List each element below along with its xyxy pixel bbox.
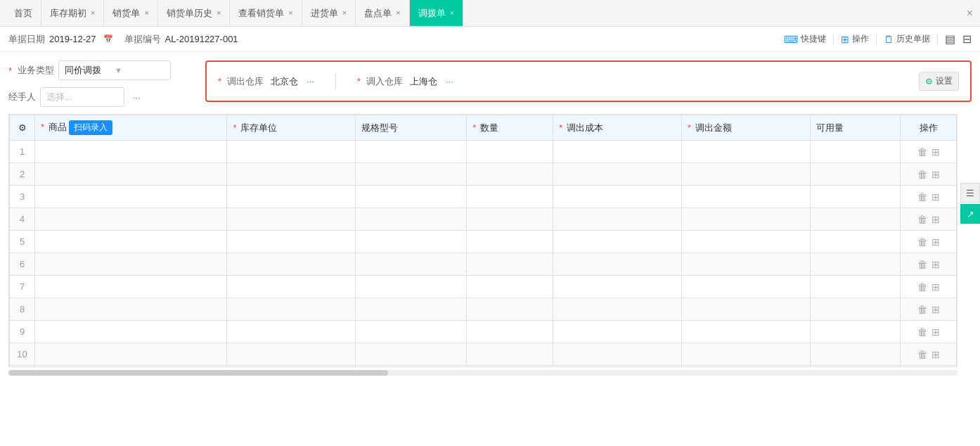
person-select[interactable]: 选择... xyxy=(40,87,124,107)
cell-goods[interactable] xyxy=(35,253,227,276)
history-button[interactable]: 🗒 历史单据 xyxy=(884,33,930,45)
delete-icon[interactable]: 🗑 xyxy=(917,259,927,270)
cell-qty[interactable] xyxy=(467,298,553,321)
cell-spec[interactable] xyxy=(356,253,467,276)
layout-button2[interactable]: ⊟ xyxy=(962,32,972,46)
cell-amount[interactable] xyxy=(681,231,810,253)
cell-unit[interactable] xyxy=(227,343,356,366)
delete-icon[interactable]: 🗑 xyxy=(917,169,927,180)
cell-unit[interactable] xyxy=(227,163,356,186)
in-warehouse-more[interactable]: ··· xyxy=(446,76,453,87)
tab-transfer-order[interactable]: 调拨单 × xyxy=(410,0,463,26)
cell-spec[interactable] xyxy=(356,231,467,253)
shortcut-button[interactable]: ⌨ 快捷键 xyxy=(784,33,826,45)
cell-spec[interactable] xyxy=(356,186,467,208)
copy-icon[interactable]: ⊞ xyxy=(931,236,940,248)
cell-spec[interactable] xyxy=(356,141,467,163)
side-list-icon[interactable]: ☰ xyxy=(960,183,980,203)
cell-unit[interactable] xyxy=(227,253,356,276)
cell-qty[interactable] xyxy=(467,321,553,343)
cell-available[interactable] xyxy=(810,298,900,321)
cell-unit[interactable] xyxy=(227,366,356,368)
cell-qty[interactable] xyxy=(467,163,553,186)
cell-available[interactable] xyxy=(810,343,900,366)
cell-cost[interactable] xyxy=(553,298,682,321)
scroll-hint[interactable] xyxy=(8,370,958,376)
cell-goods[interactable] xyxy=(35,343,227,366)
delete-icon[interactable]: 🗑 xyxy=(917,191,927,203)
cell-unit[interactable] xyxy=(227,298,356,321)
cell-amount[interactable] xyxy=(681,321,810,343)
cell-qty[interactable] xyxy=(467,231,553,253)
copy-icon[interactable]: ⊞ xyxy=(931,326,940,338)
cell-amount[interactable] xyxy=(681,208,810,231)
cell-qty[interactable] xyxy=(467,208,553,231)
cell-spec[interactable] xyxy=(356,208,467,231)
cell-available[interactable] xyxy=(810,141,900,163)
cell-unit[interactable] xyxy=(227,231,356,253)
cell-goods[interactable] xyxy=(35,321,227,343)
cell-goods[interactable] xyxy=(35,208,227,231)
tab-close-sales-order[interactable]: × xyxy=(144,9,148,17)
cell-cost[interactable] xyxy=(553,321,682,343)
tab-inventory-init[interactable]: 库存期初 × xyxy=(41,0,104,26)
cell-unit[interactable] xyxy=(227,276,356,298)
cell-available[interactable] xyxy=(810,366,900,368)
cell-spec[interactable] xyxy=(356,321,467,343)
cell-available[interactable] xyxy=(810,163,900,186)
delete-icon[interactable]: 🗑 xyxy=(917,214,927,225)
cell-unit[interactable] xyxy=(227,321,356,343)
cell-spec[interactable] xyxy=(356,163,467,186)
cell-amount[interactable] xyxy=(681,276,810,298)
tab-close-transfer-order[interactable]: × xyxy=(450,9,454,17)
cell-goods[interactable] xyxy=(35,276,227,298)
tab-close-inventory-check[interactable]: × xyxy=(396,9,400,17)
cell-available[interactable] xyxy=(810,208,900,231)
cell-amount[interactable] xyxy=(681,298,810,321)
cell-goods[interactable] xyxy=(35,298,227,321)
cell-unit[interactable] xyxy=(227,186,356,208)
tab-sales-order[interactable]: 销货单 × xyxy=(104,0,157,26)
cell-spec[interactable] xyxy=(356,276,467,298)
cell-spec[interactable] xyxy=(356,343,467,366)
cell-goods[interactable] xyxy=(35,231,227,253)
tab-inventory-check[interactable]: 盘点单 × xyxy=(356,0,409,26)
cell-amount[interactable] xyxy=(681,141,810,163)
tab-close-view-sales[interactable]: × xyxy=(288,9,292,17)
cell-cost[interactable] xyxy=(553,343,682,366)
tab-close-sales-history[interactable]: × xyxy=(217,9,221,17)
tab-close-purchase-order[interactable]: × xyxy=(342,9,347,17)
cell-cost[interactable] xyxy=(553,208,682,231)
copy-icon[interactable]: ⊞ xyxy=(931,349,940,360)
cell-amount[interactable] xyxy=(681,253,810,276)
cell-amount[interactable] xyxy=(681,343,810,366)
business-type-select[interactable]: 同价调拨 ▼ xyxy=(58,60,171,80)
cell-qty[interactable] xyxy=(467,343,553,366)
tab-sales-history[interactable]: 销货单历史 × xyxy=(158,0,230,26)
cell-amount[interactable] xyxy=(681,366,810,368)
cell-unit[interactable] xyxy=(227,208,356,231)
operation-button[interactable]: ⊞ 操作 xyxy=(841,33,869,45)
cell-cost[interactable] xyxy=(553,253,682,276)
side-export-icon[interactable]: ↗ xyxy=(960,204,980,224)
tab-view-sales[interactable]: 查看销货单 × xyxy=(230,0,302,26)
delete-icon[interactable]: 🗑 xyxy=(917,349,927,360)
cell-cost[interactable] xyxy=(553,366,682,368)
cell-goods[interactable] xyxy=(35,186,227,208)
copy-icon[interactable]: ⊞ xyxy=(931,191,940,203)
settings-button[interactable]: ⚙ 设置 xyxy=(919,72,959,91)
cell-cost[interactable] xyxy=(553,163,682,186)
tab-close-inventory-init[interactable]: × xyxy=(91,9,95,17)
copy-icon[interactable]: ⊞ xyxy=(931,304,940,315)
cell-cost[interactable] xyxy=(553,186,682,208)
cell-unit[interactable] xyxy=(227,141,356,163)
cell-available[interactable] xyxy=(810,253,900,276)
cell-cost[interactable] xyxy=(553,231,682,253)
copy-icon[interactable]: ⊞ xyxy=(931,214,940,225)
cell-qty[interactable] xyxy=(467,141,553,163)
cell-cost[interactable] xyxy=(553,276,682,298)
cell-goods[interactable] xyxy=(35,163,227,186)
person-more-icon[interactable]: ··· xyxy=(133,92,141,103)
cell-cost[interactable] xyxy=(553,141,682,163)
cell-qty[interactable] xyxy=(467,253,553,276)
